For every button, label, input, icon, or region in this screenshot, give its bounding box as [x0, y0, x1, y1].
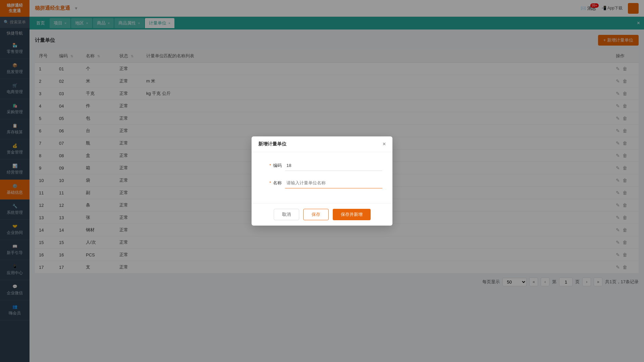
modal-close-button[interactable]: ×	[383, 141, 386, 147]
modal-body: * 编码 * 名称	[252, 152, 392, 203]
modal-footer: 取消 保存 保存并新增	[252, 203, 392, 226]
name-required-mark: *	[269, 180, 271, 185]
form-code-input[interactable]	[285, 160, 382, 171]
modal-save-new-button[interactable]: 保存并新增	[333, 209, 371, 220]
form-name-input[interactable]	[285, 178, 382, 188]
add-unit-modal: 新增计量单位 × * 编码 * 名称 取消 保存 保存并新增	[252, 136, 392, 226]
form-row-code: * 编码	[262, 160, 382, 171]
modal-cancel-button[interactable]: 取消	[274, 209, 299, 220]
modal-save-button[interactable]: 保存	[303, 209, 329, 220]
form-code-label: * 编码	[262, 163, 282, 169]
code-required-mark: *	[269, 163, 271, 168]
modal-header: 新增计量单位 ×	[252, 136, 392, 152]
modal-overlay[interactable]: 新增计量单位 × * 编码 * 名称 取消 保存 保存并新增	[0, 0, 644, 362]
form-name-label: * 名称	[262, 180, 282, 186]
modal-title: 新增计量单位	[258, 141, 286, 147]
form-row-name: * 名称	[262, 178, 382, 188]
